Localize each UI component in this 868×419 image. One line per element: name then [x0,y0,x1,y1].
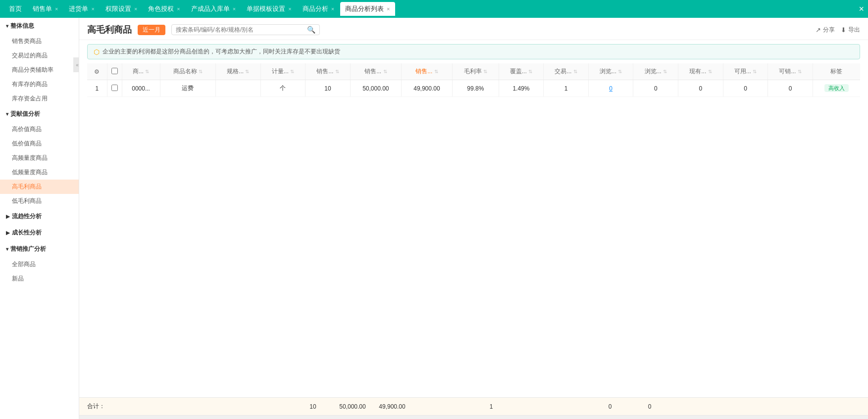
search-input[interactable] [176,26,305,33]
sidebar-item-high-value[interactable]: 高价值商品 [0,122,79,137]
sort-icon: ⇅ [573,69,577,74]
col-spec[interactable]: 规格... ⇅ [215,63,260,80]
tab-analysis[interactable]: 商品分析 × [298,2,339,16]
sidebar-item-new-goods[interactable]: 新品 [0,272,79,286]
col-sales-cost[interactable]: 销售... ⇅ [401,63,452,80]
col-trade[interactable]: 交易... ⇅ [544,63,589,80]
cell-margin-rate: 99.8% [452,80,499,97]
sidebar-section-trend[interactable]: ▶ 流趋性分析 [0,208,79,225]
sort-icon: ⇅ [708,69,712,74]
table-header-row: ⚙ 商... ⇅ 商品名称 ⇅ 规格... ⇅ 计量... ⇅ 销售... ⇅ … [87,63,860,80]
col-sales-qty[interactable]: 销售... ⇅ [306,63,351,80]
col-name[interactable]: 商品名称 ⇅ [160,63,215,80]
tab-analysis-list[interactable]: 商品分析列表 × [340,2,395,16]
close-icon[interactable]: × [177,6,180,12]
sidebar-item-inventory-occupy[interactable]: 库存资金占用 [0,92,79,106]
close-icon[interactable]: × [288,6,291,12]
col-sales-amt[interactable]: 销售... ⇅ [350,63,401,80]
footer-trade: 1 [471,403,511,410]
sidebar-collapse-button[interactable]: « [73,57,79,72]
col-margin-rate[interactable]: 毛利率 ⇅ [452,63,499,80]
sidebar-item-inventory-goods[interactable]: 有库存的商品 [0,77,79,92]
tag-badge: 高收入 [824,84,849,92]
footer-sales-cost: 49,900.00 [372,403,412,410]
export-button[interactable]: ⬇ 导出 [841,26,860,34]
cell-current-inv: 0 [678,80,723,97]
page-title: 高毛利商品 [87,24,132,36]
sort-icon: ⇅ [528,69,532,74]
col-code[interactable]: 商... ⇅ [122,63,160,80]
cell-sales-qty: 10 [306,80,351,97]
tab-sales[interactable]: 销售单 × [28,2,63,16]
tab-permissions[interactable]: 权限设置 × [101,2,142,16]
table-container: ⚙ 商... ⇅ 商品名称 ⇅ 规格... ⇅ 计量... ⇅ 销售... ⇅ … [79,63,868,397]
sidebar-item-traded-goods[interactable]: 交易过的商品 [0,48,79,63]
sort-icon: ⇅ [335,69,339,74]
tip-bar: ⬡ 企业的主要的利润都是这部分商品创造的，可考虑加大推广，同时关注库存是不要出现… [87,44,860,59]
col-browse2[interactable]: 浏览... ⇅ [633,63,678,80]
main-content: 高毛利商品 近一月 🔍 ↗ 分享 ⬇ 导出 ⬡ 企业的主要的利润都是这部分商品创… [79,18,868,419]
tab-home[interactable]: 首页 [4,2,27,16]
sort-icon: ⇅ [245,69,249,74]
sidebar-section-marketing[interactable]: ▾ 营销推广分析 [0,241,79,257]
cell-checkbox[interactable] [107,80,122,97]
col-checkbox[interactable] [107,63,122,80]
table-row: 1 0000... 运费 个 10 50,000.00 49,900.00 99… [87,80,860,97]
close-icon[interactable]: × [91,6,94,12]
tab-products[interactable]: 产成品入库单 × [186,2,241,16]
col-saleable[interactable]: 可销... ⇅ [768,63,813,80]
close-icon[interactable]: × [331,6,334,12]
row-checkbox[interactable] [111,85,118,91]
tab-purchase[interactable]: 进货单 × [64,2,99,16]
close-icon[interactable]: × [233,6,236,12]
select-all-checkbox[interactable] [111,68,118,74]
sidebar-section-growth[interactable]: ▶ 成长性分析 [0,225,79,241]
close-icon[interactable]: × [55,6,58,12]
col-avail-inv[interactable]: 可用... ⇅ [723,63,768,80]
sidebar-item-analysis-assist[interactable]: 商品分类辅助率 [0,63,79,77]
tab-roles[interactable]: 角色授权 × [143,2,185,16]
sidebar-item-high-margin[interactable]: 高毛利商品 [0,180,79,194]
browse1-link[interactable]: 0 [609,85,613,92]
col-settings[interactable]: ⚙ [87,63,107,80]
cell-tag: 高收入 [813,80,860,97]
chevron-down-icon: ▾ [6,111,8,117]
col-cover-rate[interactable]: 覆盖... ⇅ [499,63,544,80]
sidebar-section-overall[interactable]: ▾ 整体信息 [0,18,79,34]
filter-recent-month-button[interactable]: 近一月 [138,25,165,35]
col-browse1[interactable]: 浏览... ⇅ [588,63,633,80]
sidebar-item-low-freq[interactable]: 低频量度商品 [0,165,79,180]
sidebar-item-high-freq[interactable]: 高频量度商品 [0,151,79,165]
export-icon: ⬇ [841,26,846,34]
cell-saleable: 0 [768,80,813,97]
sidebar-item-low-value[interactable]: 低价值商品 [0,137,79,151]
sidebar-item-low-margin[interactable]: 低毛利商品 [0,194,79,208]
footer-sales-qty: 10 [293,403,333,410]
close-icon[interactable]: × [134,6,137,12]
share-button[interactable]: ↗ 分享 [816,26,835,34]
cell-avail-inv: 0 [723,80,768,97]
header-actions: ↗ 分享 ⬇ 导出 [816,26,860,34]
tip-icon: ⬡ [94,48,100,56]
footer-current-inv: 0 [590,403,630,410]
sort-icon: ⇅ [199,69,203,74]
chevron-right-icon: ▶ [6,230,10,235]
cell-cover-rate: 1.49% [499,80,544,97]
cell-unit: 个 [260,80,306,97]
sidebar-item-all-goods[interactable]: 全部商品 [0,257,79,272]
col-current-inv[interactable]: 现有... ⇅ [678,63,723,80]
cell-browse1[interactable]: 0 [588,80,633,97]
share-icon: ↗ [816,26,821,34]
tab-templates[interactable]: 单据模板设置 × [242,2,296,16]
close-all-button[interactable]: × [859,4,864,14]
cell-sales-cost: 49,900.00 [401,80,452,97]
close-icon[interactable]: × [387,6,390,12]
col-tag[interactable]: 标签 [813,63,860,80]
search-icon[interactable]: 🔍 [307,26,315,34]
sort-icon: ⇅ [483,69,487,74]
horizontal-scrollbar[interactable] [79,415,868,419]
sidebar-item-sales-goods[interactable]: 销售类商品 [0,34,79,48]
cell-sales-amt: 50,000.00 [350,80,401,97]
sidebar-section-finance[interactable]: ▾ 贡献值分析 [0,106,79,122]
col-unit[interactable]: 计量... ⇅ [260,63,306,80]
